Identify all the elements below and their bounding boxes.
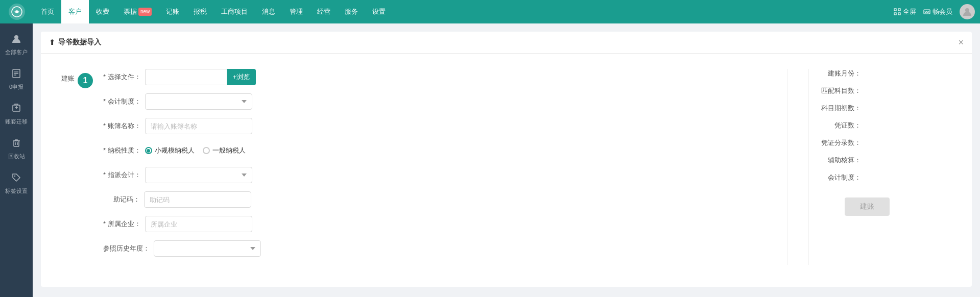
app-logo[interactable] [5, 0, 29, 23]
nav-item-invoice[interactable]: 票据 new [116, 0, 159, 23]
fullscreen-label: 全屏 [903, 7, 916, 16]
logo-icon [9, 4, 25, 20]
memo-code-input[interactable] [144, 191, 251, 208]
voucher-entries-row: 凭证分录数： [819, 138, 951, 147]
tag-settings-icon [11, 172, 21, 185]
svg-point-19 [14, 176, 15, 177]
nav-right: 全屏 畅会员 [894, 4, 980, 19]
browse-button[interactable]: +浏览 [227, 69, 256, 85]
ref-year-select[interactable] [154, 240, 261, 257]
info-panel: 建账月份： 匹配科目数： 科目期初数： 凭证数： [808, 69, 951, 265]
info-accounting-system-row: 会计制度： [819, 173, 951, 182]
nav-item-operation[interactable]: 经营 [310, 0, 338, 23]
sidebar-label-account-migrate: 账套迁移 [5, 118, 28, 126]
svg-point-8 [14, 35, 18, 39]
svg-point-7 [965, 8, 969, 12]
build-month-row: 建账月份： [819, 69, 951, 78]
sidebar-item-account-migrate[interactable]: 账套迁移 [0, 98, 33, 131]
nav-item-fee[interactable]: 收费 [89, 0, 116, 23]
nav-item-tax[interactable]: 报税 [186, 0, 214, 23]
radio-general-tax[interactable]: 一般纳税人 [203, 146, 246, 155]
user-avatar[interactable] [960, 4, 975, 19]
radio-small-tax-circle [145, 147, 152, 154]
assigned-accountant-label: * 指派会计： [103, 167, 145, 183]
subject-init-row: 科目期初数： [819, 104, 951, 113]
close-button[interactable]: × [958, 38, 964, 47]
affiliated-company-row: * 所属企业： [103, 216, 767, 232]
svg-rect-3 [898, 9, 900, 11]
ledger-name-input[interactable] [145, 118, 252, 134]
accounting-system-label: * 会计制度： [103, 93, 145, 110]
main-layout: 全部客户 0申报 账套迁移 [0, 23, 980, 297]
dialog-title: ⬆ 导爷数据导入 [49, 38, 101, 47]
nav-item-business[interactable]: 工商项目 [214, 0, 255, 23]
voucher-count-row: 凭证数： [819, 121, 951, 130]
sidebar-label-declaration: 0申报 [9, 83, 23, 91]
dialog-panel: ⬆ 导爷数据导入 × 建账 1 * 选择文件： [41, 32, 972, 287]
tax-type-label: * 纳税性质： [103, 142, 145, 159]
build-btn-container: 建账 [819, 192, 951, 216]
accounting-system-select[interactable] [145, 93, 252, 110]
build-account-button[interactable]: 建账 [845, 197, 890, 216]
svg-rect-4 [894, 13, 896, 15]
content-area: ⬆ 导爷数据导入 × 建账 1 * 选择文件： [33, 23, 980, 297]
all-customers-icon [11, 34, 21, 46]
svg-rect-5 [898, 13, 900, 15]
left-form-section: 建账 1 * 选择文件： +浏览 [61, 69, 767, 265]
vip-button[interactable]: 畅会员 [923, 7, 952, 16]
match-subject-label: 匹配科目数： [819, 86, 865, 95]
accounting-system-row: * 会计制度： [103, 93, 767, 110]
svg-rect-16 [14, 141, 19, 146]
tax-type-radio-group: 小规模纳税人 一般纳税人 [145, 142, 246, 159]
radio-small-tax-label: 小规模纳税人 [155, 146, 195, 155]
upload-icon: ⬆ [49, 38, 55, 46]
nav-item-customer[interactable]: 客户 [61, 0, 89, 23]
sidebar-item-all-customers[interactable]: 全部客户 [0, 29, 33, 61]
nav-item-settings[interactable]: 设置 [365, 0, 393, 23]
invoice-badge: new [138, 8, 152, 16]
nav-item-home[interactable]: 首页 [34, 0, 61, 23]
nav-item-service[interactable]: 服务 [338, 0, 365, 23]
build-month-label: 建账月份： [819, 69, 865, 78]
file-text-input[interactable] [145, 69, 227, 85]
aux-accounting-label: 辅助核算： [819, 156, 865, 165]
sidebar: 全部客户 0申报 账套迁移 [0, 23, 33, 297]
step-prefix-label: 建账 [61, 71, 78, 86]
dialog-header: ⬆ 导爷数据导入 × [41, 32, 972, 54]
affiliated-company-input[interactable] [145, 216, 252, 232]
ref-year-row: 参照历史年度： [103, 240, 767, 257]
sidebar-label-recycle: 回收站 [8, 153, 25, 160]
match-subject-row: 匹配科目数： [819, 86, 951, 95]
tax-type-row: * 纳税性质： 小规模纳税人 一般纳税人 [103, 142, 767, 159]
voucher-count-label: 凭证数： [819, 121, 865, 130]
assigned-accountant-select[interactable] [145, 167, 252, 183]
sidebar-label-all-customers: 全部客户 [5, 48, 28, 56]
memo-code-label: 助记码： [103, 191, 144, 208]
sidebar-item-declaration[interactable]: 0申报 [0, 63, 33, 96]
info-accounting-system-label: 会计制度： [819, 173, 865, 182]
nav-item-account[interactable]: 记账 [159, 0, 186, 23]
radio-general-tax-label: 一般纳税人 [212, 146, 246, 155]
fullscreen-button[interactable]: 全屏 [894, 7, 916, 16]
vertical-divider [787, 69, 788, 265]
file-input-group: +浏览 [145, 69, 256, 85]
svg-point-1 [16, 11, 18, 13]
nav-item-message[interactable]: 消息 [255, 0, 282, 23]
form-grid: * 选择文件： +浏览 * 会计制度： [103, 69, 767, 265]
assigned-accountant-row: * 指派会计： [103, 167, 767, 183]
nav-item-manage[interactable]: 管理 [282, 0, 310, 23]
voucher-entries-label: 凭证分录数： [819, 138, 865, 147]
declaration-icon [11, 68, 21, 81]
vip-icon [923, 8, 930, 15]
sidebar-label-tag-settings: 标签设置 [5, 187, 28, 195]
radio-small-tax[interactable]: 小规模纳税人 [145, 146, 195, 155]
sidebar-item-tag-settings[interactable]: 标签设置 [0, 167, 33, 200]
sidebar-item-recycle[interactable]: 回收站 [0, 133, 33, 165]
step-badge: 1 [78, 73, 93, 88]
affiliated-company-label: * 所属企业： [103, 216, 145, 232]
form-area: 建账 1 * 选择文件： +浏览 [41, 54, 972, 280]
file-select-row: * 选择文件： +浏览 [103, 69, 767, 85]
aux-accounting-row: 辅助核算： [819, 156, 951, 165]
file-select-label: * 选择文件： [103, 69, 145, 85]
memo-code-row: 助记码： [103, 191, 767, 208]
